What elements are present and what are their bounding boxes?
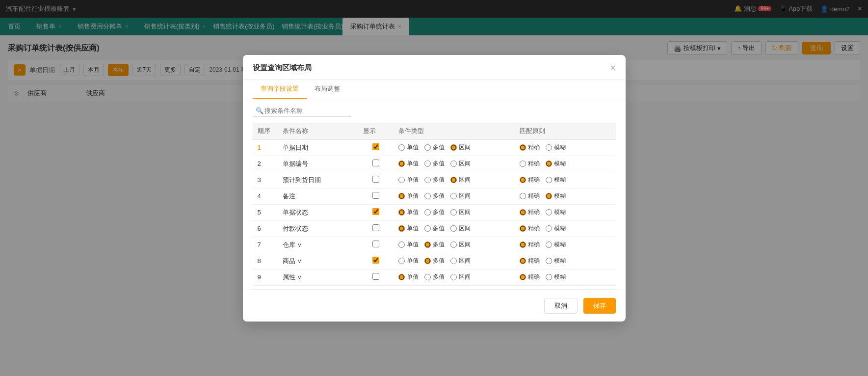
display-checkbox[interactable]: [372, 176, 379, 183]
type-radio-input[interactable]: [450, 242, 457, 248]
match-radio-input[interactable]: [546, 209, 552, 215]
match-radio-input[interactable]: [546, 161, 552, 167]
type-radio-input[interactable]: [424, 193, 431, 199]
type-radio-label[interactable]: 多值: [424, 257, 445, 265]
display-checkbox[interactable]: [372, 273, 379, 280]
match-radio-input[interactable]: [520, 225, 526, 232]
type-radio-input[interactable]: [398, 209, 405, 215]
match-radio-input[interactable]: [546, 144, 552, 151]
match-radio-input[interactable]: [520, 177, 526, 183]
type-radio-label[interactable]: 单值: [398, 224, 419, 233]
type-radio-label[interactable]: 多值: [424, 143, 445, 152]
type-radio-label[interactable]: 区间: [450, 176, 471, 184]
save-button[interactable]: 保存: [583, 298, 616, 314]
match-radio-label[interactable]: 模糊: [546, 176, 566, 184]
type-radio-input[interactable]: [398, 242, 405, 248]
type-radio-input[interactable]: [450, 209, 457, 215]
display-checkbox[interactable]: [372, 241, 379, 247]
search-input[interactable]: [253, 105, 351, 117]
match-radio-input[interactable]: [520, 193, 526, 199]
type-radio-label[interactable]: 单值: [398, 208, 419, 216]
match-radio-input[interactable]: [520, 242, 526, 248]
dialog-close-button[interactable]: ×: [610, 63, 616, 79]
type-radio-input[interactable]: [450, 144, 457, 151]
display-checkbox[interactable]: [372, 257, 379, 264]
match-radio-input[interactable]: [520, 274, 526, 280]
type-radio-input[interactable]: [424, 144, 431, 151]
display-checkbox[interactable]: [372, 143, 379, 150]
match-radio-label[interactable]: 精确: [520, 241, 540, 249]
tab-layout-adjust[interactable]: 布局调整: [307, 80, 348, 99]
type-radio-input[interactable]: [450, 225, 457, 232]
type-radio-input[interactable]: [398, 225, 405, 232]
match-radio-label[interactable]: 精确: [520, 176, 540, 184]
type-radio-input[interactable]: [450, 274, 457, 280]
display-checkbox[interactable]: [372, 160, 379, 166]
type-radio-label[interactable]: 多值: [424, 224, 445, 233]
type-radio-label[interactable]: 区间: [450, 192, 471, 200]
type-radio-label[interactable]: 区间: [450, 224, 471, 233]
type-radio-input[interactable]: [424, 242, 431, 248]
type-radio-label[interactable]: 区间: [450, 273, 471, 281]
cancel-button[interactable]: 取消: [544, 298, 578, 314]
match-radio-label[interactable]: 模糊: [546, 192, 566, 200]
display-checkbox[interactable]: [372, 208, 379, 215]
match-radio-input[interactable]: [520, 209, 526, 215]
type-radio-label[interactable]: 区间: [450, 257, 471, 265]
type-radio-input[interactable]: [398, 177, 405, 183]
type-radio-input[interactable]: [450, 193, 457, 199]
type-radio-input[interactable]: [424, 209, 431, 215]
type-radio-input[interactable]: [424, 161, 431, 167]
type-radio-input[interactable]: [398, 193, 405, 199]
match-radio-label[interactable]: 模糊: [546, 273, 566, 281]
type-radio-label[interactable]: 多值: [424, 208, 445, 216]
type-radio-label[interactable]: 区间: [450, 208, 471, 216]
type-radio-input[interactable]: [450, 161, 457, 167]
type-radio-label[interactable]: 单值: [398, 257, 419, 265]
type-radio-label[interactable]: 单值: [398, 160, 419, 168]
match-radio-input[interactable]: [520, 161, 526, 167]
match-radio-label[interactable]: 精确: [520, 160, 540, 168]
type-radio-label[interactable]: 单值: [398, 176, 419, 184]
match-radio-label[interactable]: 精确: [520, 273, 540, 281]
match-radio-label[interactable]: 模糊: [546, 241, 566, 249]
type-radio-input[interactable]: [450, 258, 457, 264]
type-radio-label[interactable]: 多值: [424, 241, 445, 249]
match-radio-label[interactable]: 模糊: [546, 224, 566, 233]
type-radio-label[interactable]: 区间: [450, 143, 471, 152]
type-radio-input[interactable]: [424, 274, 431, 280]
match-radio-label[interactable]: 模糊: [546, 143, 566, 152]
type-radio-label[interactable]: 单值: [398, 241, 419, 249]
match-radio-input[interactable]: [546, 242, 552, 248]
display-checkbox[interactable]: [372, 224, 379, 231]
type-radio-input[interactable]: [450, 177, 457, 183]
type-radio-label[interactable]: 区间: [450, 160, 471, 168]
type-radio-input[interactable]: [398, 274, 405, 280]
match-radio-label[interactable]: 模糊: [546, 160, 566, 168]
match-radio-input[interactable]: [546, 274, 552, 280]
type-radio-input[interactable]: [398, 258, 405, 264]
match-radio-input[interactable]: [546, 225, 552, 232]
type-radio-label[interactable]: 多值: [424, 192, 445, 200]
match-radio-label[interactable]: 精确: [520, 208, 540, 216]
match-radio-input[interactable]: [546, 193, 552, 199]
match-radio-label[interactable]: 精确: [520, 143, 540, 152]
tab-query-field-settings[interactable]: 查询字段设置: [253, 80, 307, 99]
match-radio-label[interactable]: 模糊: [546, 208, 566, 216]
match-radio-input[interactable]: [520, 258, 526, 264]
type-radio-label[interactable]: 多值: [424, 160, 445, 168]
match-radio-input[interactable]: [546, 258, 552, 264]
type-radio-label[interactable]: 单值: [398, 273, 419, 281]
type-radio-input[interactable]: [424, 177, 431, 183]
match-radio-label[interactable]: 精确: [520, 192, 540, 200]
type-radio-label[interactable]: 区间: [450, 241, 471, 249]
match-radio-label[interactable]: 精确: [520, 257, 540, 265]
type-radio-label[interactable]: 单值: [398, 143, 419, 152]
match-radio-label[interactable]: 模糊: [546, 257, 566, 265]
type-radio-label[interactable]: 单值: [398, 192, 419, 200]
type-radio-label[interactable]: 多值: [424, 176, 445, 184]
type-radio-input[interactable]: [424, 225, 431, 232]
type-radio-label[interactable]: 多值: [424, 273, 445, 281]
match-radio-input[interactable]: [546, 177, 552, 183]
type-radio-input[interactable]: [424, 258, 431, 264]
